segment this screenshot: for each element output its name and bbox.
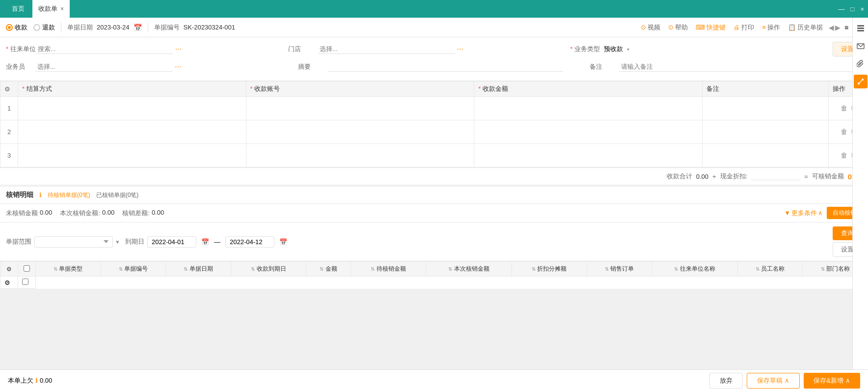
help-label: 帮助 — [675, 23, 688, 32]
tab-close-icon[interactable]: × — [60, 5, 64, 12]
operation-btn[interactable]: ≡ 操作 — [760, 22, 782, 33]
th-account: 收款账号 — [246, 82, 474, 97]
sidebar-attach-icon[interactable] — [854, 57, 868, 71]
remark-label: 备注 — [590, 62, 619, 71]
account-cell-3[interactable] — [246, 144, 474, 168]
settlement-cell-1[interactable] — [18, 97, 246, 120]
partner-input[interactable] — [36, 44, 173, 54]
history-btn[interactable]: 📋 历史单据 — [786, 22, 825, 33]
store-more-btn[interactable]: ··· — [457, 45, 463, 54]
settlement-cell-3[interactable] — [18, 144, 246, 168]
amount-cell-2[interactable] — [474, 120, 703, 144]
bottom-th-gear[interactable]: ⚙ — [0, 277, 18, 289]
select-all-checkbox[interactable] — [22, 279, 28, 285]
tab-active[interactable]: 收款单 × — [32, 0, 70, 18]
settlement-cell-2[interactable] — [18, 120, 246, 144]
stats-row: 未核销金额 0.00 本次核销金额: 0.00 核销差额: 0.00 ▼ 更多条… — [0, 204, 868, 223]
bth-3: ⇅ 收款到期日 — [231, 262, 306, 277]
operation-icon: ≡ — [762, 24, 766, 31]
layout-list-icon[interactable]: ≡ — [841, 23, 851, 32]
date-label: 单据日期 — [67, 23, 93, 32]
sidebar-mail-icon[interactable] — [854, 39, 868, 53]
range-chevron[interactable]: ▾ — [116, 238, 119, 246]
done-tab[interactable]: 已核销单据(0笔) — [96, 191, 139, 199]
business-type-field: 业务类型 预收款 ▾ — [570, 45, 833, 54]
tab-home[interactable]: 首页 — [4, 0, 32, 18]
receipt-radio[interactable]: 收款 — [6, 23, 27, 32]
form-section: 往来单位 ··· 门店 ··· 业务类型 预收款 ▾ 设置 业务员 ··· 摘要 — [0, 37, 868, 81]
filter-row: 单据范围 ▾ 到期日 📅 — 📅 查询 设置 — [0, 223, 868, 261]
bth-checkbox[interactable] — [18, 262, 36, 277]
nav-prev-icon[interactable]: ◀ — [829, 24, 834, 31]
pending-tab[interactable]: 待核销单据(0笔) — [48, 191, 90, 199]
diff-label: 核销差额: — [122, 209, 150, 218]
salesperson-more-btn[interactable]: ··· — [175, 62, 181, 71]
bth-4: ⇅ 金额 — [306, 262, 351, 277]
remark-cell-2[interactable] — [702, 120, 828, 144]
row-num-2: 2 — [0, 120, 18, 144]
amount-cell-3[interactable] — [474, 144, 703, 168]
calendar-from-icon[interactable]: 📅 — [201, 238, 209, 246]
remark-cell-3[interactable] — [702, 144, 828, 168]
partner-field: 往来单位 ··· — [6, 44, 269, 54]
video-label: 视频 — [648, 23, 660, 32]
bottom-gear-icon[interactable]: ⚙ — [4, 279, 10, 286]
delete-icon-3[interactable]: 🗑 — [841, 151, 847, 160]
date-from-input[interactable] — [147, 236, 196, 248]
main-table-wrap: ⚙ 结算方式 收款账号 收款金额 备注 操作 1 🗑 ⧉ 2 — [0, 81, 868, 168]
form-row-1: 往来单位 ··· 门店 ··· 业务类型 预收款 ▾ 设置 — [6, 41, 862, 57]
bottom-table: ⚙⇅ 单据类型⇅ 单据编号⇅ 单据日期⇅ 收款到期日⇅ 金额⇅ 待核销金额⇅ 本… — [0, 261, 868, 289]
salesperson-field: 业务员 ··· — [6, 62, 278, 72]
header-checkbox[interactable] — [24, 265, 30, 272]
receipt-radio-dot — [6, 24, 13, 31]
discount-input[interactable] — [751, 172, 800, 180]
delete-icon-1[interactable]: 🗑 — [841, 104, 847, 112]
plus-sign: + — [712, 173, 716, 180]
footer-info: 本单上欠 ℹ 0.00 — [8, 376, 52, 385]
video-btn[interactable]: ⊙ 视频 — [639, 22, 662, 33]
account-cell-1[interactable] — [246, 97, 474, 120]
calendar-icon[interactable]: 📅 — [134, 24, 142, 31]
save-draft-btn[interactable]: 保存草稿 ∧ — [747, 373, 800, 389]
nav-next-icon[interactable]: ▶ — [835, 24, 841, 31]
history-label: 历史单据 — [797, 23, 823, 32]
delete-icon-2[interactable]: 🗑 — [841, 128, 847, 136]
print-btn[interactable]: 🖨 打印 — [732, 22, 756, 33]
receipt-radio-label: 收款 — [15, 23, 27, 32]
remark-input[interactable] — [619, 62, 862, 72]
footer-info-icon[interactable]: ℹ — [35, 377, 38, 384]
help-icon: ⊙ — [668, 24, 674, 31]
calendar-to-icon[interactable]: 📅 — [279, 238, 287, 246]
current-label: 本次核销金额: — [60, 209, 100, 218]
gear-icon[interactable]: ⚙ — [4, 85, 10, 93]
svg-rect-0 — [857, 25, 864, 27]
refund-radio[interactable]: 退款 — [33, 23, 55, 32]
current-value: 0.00 — [102, 209, 114, 218]
sidebar-table-icon[interactable] — [854, 22, 868, 35]
sidebar-expand-icon[interactable] — [854, 75, 868, 88]
bth-6: ⇅ 本次核销金额 — [426, 262, 512, 277]
salesperson-input[interactable] — [35, 62, 173, 72]
reconciliation-info-icon[interactable]: ℹ — [39, 192, 42, 198]
close-icon[interactable]: × — [860, 5, 864, 13]
discard-btn[interactable]: 放弃 — [709, 373, 743, 389]
account-cell-2[interactable] — [246, 120, 474, 144]
bth-9: ⇅ 往来单位名称 — [652, 262, 737, 277]
range-select[interactable] — [34, 236, 113, 248]
more-conditions-btn[interactable]: ▼ 更多条件 ∧ — [784, 209, 823, 218]
date-value: 2023-03-24 — [97, 24, 130, 31]
bth-gear[interactable]: ⚙ — [0, 262, 18, 277]
shortcut-btn[interactable]: ⌨ 快捷键 — [694, 22, 728, 33]
operation-label: 操作 — [767, 23, 780, 32]
maximize-icon[interactable]: □ — [851, 5, 855, 13]
minimize-icon[interactable]: — — [839, 5, 845, 13]
save-new-btn[interactable]: 保存&新增 ∧ — [804, 373, 860, 389]
date-to-input[interactable] — [225, 236, 274, 248]
store-input[interactable] — [318, 44, 455, 54]
amount-cell-1[interactable] — [474, 97, 703, 120]
remark-cell-1[interactable] — [702, 97, 828, 120]
summary-input[interactable] — [327, 62, 563, 72]
help-btn[interactable]: ⊙ 帮助 — [666, 22, 690, 33]
partner-more-btn[interactable]: ··· — [175, 45, 182, 54]
th-gear[interactable]: ⚙ — [0, 82, 18, 97]
